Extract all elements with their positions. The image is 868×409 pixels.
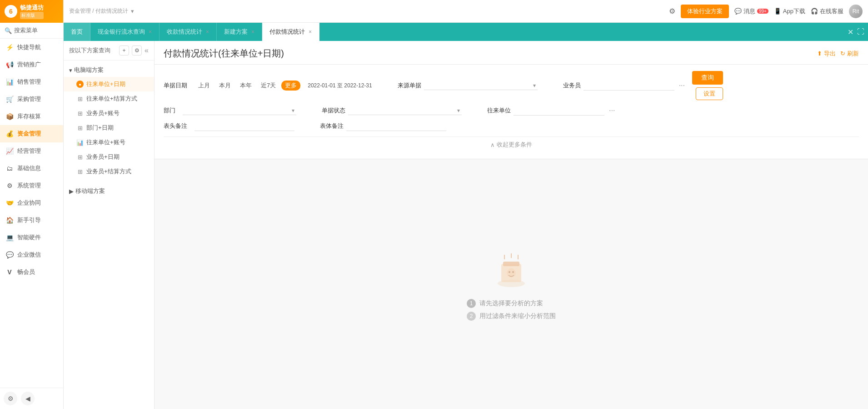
empty-state: 1 请先选择要分析的方案 2 用过滤条件来缩小分析范围 (155, 159, 868, 409)
sidebar-item-member[interactable]: V 畅会员 (0, 263, 63, 281)
staff-settle-icon: ⊞ (76, 168, 84, 175)
sidebar-item-quick-nav[interactable]: ⚡ 快捷导航 (0, 39, 63, 56)
sidebar-search[interactable]: 🔍 搜索菜单 (0, 23, 63, 39)
sidebar-nav: ⚡ 快捷导航 📢 营销推广 📊 销售管理 🛒 采购管理 📦 库存核算 💰 资金管… (0, 39, 63, 388)
source-doc-select[interactable]: ▾ (424, 81, 538, 90)
tip-num-1: 1 (467, 299, 476, 308)
tab-bank-flow[interactable]: 现金银行流水查询 × (90, 23, 160, 41)
counterparty-dots-icon[interactable]: ··· (609, 106, 615, 115)
date-btn-more[interactable]: 更多 (281, 81, 300, 91)
trial-btn[interactable]: 体验行业方案 (681, 5, 729, 18)
staff-dots-icon[interactable]: ··· (679, 81, 685, 90)
desktop-group-chevron-icon: ▾ (69, 67, 72, 74)
settings-footer-btn[interactable]: ⚙ (4, 392, 17, 405)
header-remark-input[interactable] (195, 121, 294, 131)
add-scheme-btn[interactable]: + (119, 45, 129, 56)
sidebar-item-label: 企业协同 (17, 199, 41, 207)
sidebar-item-finance[interactable]: 💰 资金管理 (0, 125, 63, 142)
breadcrumb-text: 资金管理 / 付款情况统计 (69, 7, 128, 15)
query-btn[interactable]: 查询 (692, 71, 723, 85)
empty-tip-2: 2 用过滤条件来缩小分析范围 (467, 312, 556, 321)
search-label: 搜索菜单 (14, 26, 38, 35)
operation-icon: 📈 (5, 147, 14, 155)
online-service-icon: 🎧 (811, 8, 818, 15)
export-icon: ⬆ (817, 50, 822, 57)
new-scheme-close-icon[interactable]: × (251, 29, 254, 35)
bank-flow-close-icon[interactable]: × (149, 29, 152, 35)
avatar[interactable]: Rit (849, 5, 863, 18)
sidebar-item-inventory[interactable]: 📦 库存核算 (0, 108, 63, 125)
sidebar-item-hardware[interactable]: 💻 智能硬件 (0, 229, 63, 246)
maximize-icon[interactable]: ⛶ (857, 28, 864, 36)
scheme-item-unit-date[interactable]: ● 往来单位+日期 (64, 77, 154, 91)
sidebar-item-enterprise[interactable]: 🤝 企业协同 (0, 194, 63, 212)
staff-account-icon: ⊞ (76, 110, 84, 117)
tab-home[interactable]: 首页 (64, 23, 90, 41)
sidebar-item-sales[interactable]: 📊 销售管理 (0, 73, 63, 91)
sidebar-item-label: 快捷导航 (17, 43, 41, 51)
collapse-panel-btn[interactable]: « (145, 46, 149, 55)
date-btn-this-month[interactable]: 本月 (215, 81, 234, 91)
dept-label: 部门 (164, 106, 175, 115)
scheme-item-unit-account[interactable]: 📊 往来单位+账号 (64, 135, 154, 150)
desktop-scheme-group-title[interactable]: ▾ 电脑端方案 (64, 63, 154, 77)
collapse-more-btn[interactable]: ∧ 收起更多条件 (164, 136, 859, 152)
counterparty-input[interactable] (514, 106, 604, 116)
date-btn-this-year[interactable]: 本年 (236, 81, 255, 91)
scheme-item-staff-date[interactable]: ⊞ 业务员+日期 (64, 150, 154, 164)
sidebar-item-operation[interactable]: 📈 经营管理 (0, 142, 63, 160)
doc-status-select[interactable]: ▾ (348, 106, 462, 115)
close-all-tabs-icon[interactable]: ✕ (848, 28, 853, 36)
sidebar-item-marketing[interactable]: 📢 营销推广 (0, 56, 63, 73)
left-panel-title: 按以下方案查询 (69, 46, 110, 55)
refresh-btn[interactable]: ↻ 刷新 (840, 50, 859, 58)
notification-icon: 💬 (734, 8, 742, 15)
online-service-btn[interactable]: 🎧 在线客服 (811, 7, 843, 15)
page-header-actions: ⬆ 导出 ↻ 刷新 (817, 50, 859, 58)
payment-stat-close-icon[interactable]: × (309, 29, 312, 35)
new-scheme-tab-label: 新建方案 (224, 28, 248, 36)
empty-tips: 1 请先选择要分析的方案 2 用过滤条件来缩小分析范围 (467, 299, 556, 321)
setting-btn[interactable]: 设置 (696, 87, 723, 100)
settings-gear-icon[interactable]: ⚙ (669, 7, 675, 15)
topbar-actions: ⚙ 体验行业方案 💬 消息 99+ 📱 App下载 🎧 在线客服 Rit (669, 5, 863, 18)
tab-payment-stat[interactable]: 付款情况统计 × (262, 23, 319, 41)
online-service-label: 在线客服 (820, 7, 843, 15)
date-btn-7days[interactable]: 近7天 (257, 81, 279, 91)
sidebar-item-label: 库存核算 (17, 112, 41, 121)
dept-select[interactable]: ▾ (183, 106, 296, 115)
header-remark-label: 表头备注 (164, 122, 187, 130)
sidebar-item-wechat[interactable]: 💬 企业微信 (0, 246, 63, 263)
avatar-text: Rit (853, 8, 859, 15)
sidebar-item-purchase[interactable]: 🛒 采购管理 (0, 91, 63, 108)
notification-btn[interactable]: 💬 消息 99+ (734, 7, 768, 15)
date-btn-last-month[interactable]: 上月 (195, 81, 214, 91)
staff-input[interactable] (584, 81, 674, 91)
mobile-scheme-group-title[interactable]: ▶ 移动端方案 (64, 184, 154, 198)
scheme-settings-btn[interactable]: ⚙ (132, 45, 142, 56)
unit-date-active-icon: ● (76, 81, 84, 88)
mobile-group-chevron-icon: ▶ (69, 188, 74, 195)
export-btn[interactable]: ⬆ 导出 (817, 50, 836, 58)
tab-collection-stat[interactable]: 收款情况统计 × (160, 23, 217, 41)
marketing-icon: 📢 (5, 61, 14, 69)
app-download-btn[interactable]: 📱 App下载 (774, 7, 805, 15)
filter-row-2: 部门 ▾ 单据状态 ▾ 往来单位 (164, 106, 859, 116)
date-range-display[interactable]: 2022-01-01 至 2022-12-31 (308, 82, 372, 90)
content-area: 按以下方案查询 + ⚙ « ▾ 电脑端方案 ● (64, 41, 868, 409)
collapse-sidebar-btn[interactable]: ◀ (21, 392, 35, 405)
scheme-item-dept-date[interactable]: ⊞ 部门+日期 (64, 121, 154, 135)
sidebar-item-guide[interactable]: 🏠 新手引导 (0, 212, 63, 229)
tab-new-scheme[interactable]: 新建方案 × (217, 23, 262, 41)
collection-stat-close-icon[interactable]: × (206, 29, 209, 35)
scheme-item-unit-settle[interactable]: ⊞ 往来单位+结算方式 (64, 91, 154, 106)
scheme-item-staff-settle[interactable]: ⊞ 业务员+结算方式 (64, 164, 154, 179)
sidebar-item-system[interactable]: ⚙ 系统管理 (0, 177, 63, 194)
sidebar-item-basic[interactable]: 🗂 基础信息 (0, 160, 63, 177)
dept-date-icon: ⊞ (76, 124, 84, 131)
scheme-item-label: 往来单位+结算方式 (86, 95, 137, 103)
staff-label: 业务员 (563, 81, 581, 90)
body-remark-input[interactable] (346, 121, 446, 131)
scheme-item-staff-account[interactable]: ⊞ 业务员+账号 (64, 106, 154, 121)
scheme-item-label: 业务员+账号 (86, 109, 120, 117)
